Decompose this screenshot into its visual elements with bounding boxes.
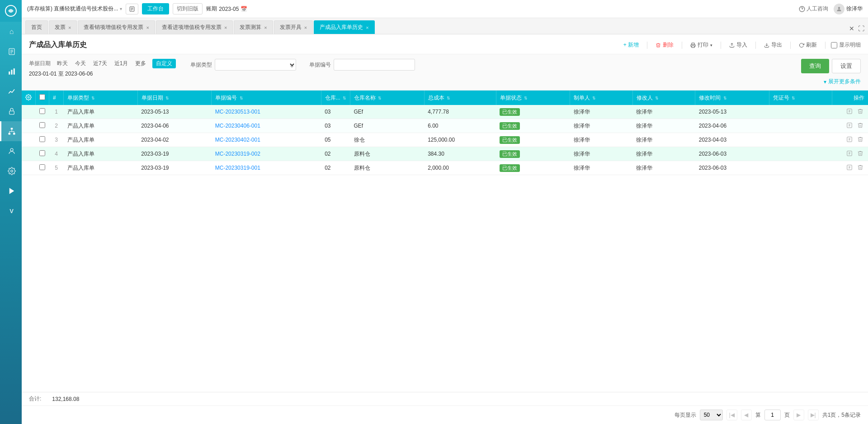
th-warehouse-code[interactable]: 仓库... ⇅ bbox=[321, 91, 350, 105]
page-next-button[interactable]: ▶ bbox=[793, 410, 804, 420]
tab-check-input-close[interactable]: × bbox=[224, 25, 227, 30]
row-edit-button[interactable] bbox=[845, 163, 854, 173]
th-modifier[interactable]: 修改人 ⇅ bbox=[632, 91, 695, 105]
row-warehouse-code: 03 bbox=[321, 119, 350, 133]
row-checkbox[interactable] bbox=[39, 108, 45, 114]
row-number-link[interactable]: MC-20230402-001 bbox=[212, 133, 321, 147]
row-checkbox-cell[interactable] bbox=[36, 119, 49, 133]
page-number-input[interactable] bbox=[764, 410, 781, 420]
row-checkbox-cell[interactable] bbox=[36, 105, 49, 119]
row-delete-button[interactable] bbox=[856, 121, 864, 131]
row-date: 2023-03-19 bbox=[137, 147, 212, 161]
sidebar-item-stamp[interactable] bbox=[0, 141, 22, 161]
page-first-button[interactable]: |◀ bbox=[726, 410, 737, 420]
calendar-icon[interactable]: 📅 bbox=[241, 6, 247, 12]
filter-setting-button[interactable]: 设置 bbox=[832, 59, 861, 73]
export-button[interactable]: 导出 bbox=[761, 40, 785, 50]
print-button[interactable]: 打印 ▾ bbox=[688, 40, 715, 50]
row-number-link[interactable]: MC-20230319-002 bbox=[212, 147, 321, 161]
tab-home[interactable]: 首页 bbox=[25, 20, 48, 34]
date-custom-button[interactable]: 自定义 bbox=[152, 59, 176, 68]
user-menu[interactable]: 徐泽华 bbox=[834, 4, 863, 14]
sidebar-item-settings[interactable] bbox=[0, 161, 22, 181]
sidebar-item-play[interactable] bbox=[0, 181, 22, 201]
tab-product-in-history[interactable]: 产成品入库单历史 × bbox=[314, 20, 374, 34]
search-button[interactable]: 查询 bbox=[801, 59, 829, 73]
row-delete-button[interactable] bbox=[856, 149, 864, 159]
th-status[interactable]: 单据状态 ⇅ bbox=[496, 91, 570, 105]
tab-invoice-calc-close[interactable]: × bbox=[264, 25, 267, 30]
delete-button[interactable]: 删除 bbox=[653, 40, 676, 50]
import-button[interactable]: 导入 bbox=[726, 40, 750, 50]
number-filter-input[interactable] bbox=[334, 59, 415, 71]
row-checkbox-cell[interactable] bbox=[36, 147, 49, 161]
tab-invoice-open[interactable]: 发票开具 × bbox=[274, 20, 313, 34]
tab-check-input[interactable]: 查看进项增值税专用发票 × bbox=[156, 20, 233, 34]
th-settings[interactable] bbox=[22, 91, 36, 105]
row-number-link[interactable]: MC-20230513-001 bbox=[212, 105, 321, 119]
tab-expand-button[interactable]: ⛶ bbox=[858, 25, 864, 32]
sidebar-item-more[interactable]: V bbox=[0, 201, 22, 221]
refresh-button[interactable]: 刷新 bbox=[796, 40, 820, 50]
row-edit-button[interactable] bbox=[845, 149, 854, 159]
row-checkbox[interactable] bbox=[39, 136, 45, 142]
date-more-button[interactable]: 更多 bbox=[132, 59, 149, 68]
tab-invoice-close[interactable]: × bbox=[68, 25, 71, 30]
row-checkbox[interactable] bbox=[39, 150, 45, 156]
row-checkbox[interactable] bbox=[39, 122, 45, 128]
row-edit-button[interactable] bbox=[845, 107, 854, 117]
date-7days-button[interactable]: 近7天 bbox=[90, 59, 110, 68]
select-all-checkbox[interactable] bbox=[39, 94, 45, 100]
row-date: 2023-05-13 bbox=[137, 105, 212, 119]
row-number-link[interactable]: MC-20230406-001 bbox=[212, 119, 321, 133]
app-logo[interactable] bbox=[0, 0, 22, 22]
tab-invoice-calc[interactable]: 发票测算 × bbox=[234, 20, 273, 34]
tab-check-sales-close[interactable]: × bbox=[146, 25, 149, 30]
sidebar-item-doc[interactable] bbox=[0, 42, 22, 62]
sidebar-item-org[interactable] bbox=[0, 121, 22, 141]
th-voucher[interactable]: 凭证号 ⇅ bbox=[769, 91, 832, 105]
page-size-select[interactable]: 50 20 100 bbox=[700, 410, 723, 420]
th-date[interactable]: 单据日期 ⇅ bbox=[137, 91, 212, 105]
th-number[interactable]: 单据编号 ⇅ bbox=[212, 91, 321, 105]
th-creator[interactable]: 制单人 ⇅ bbox=[570, 91, 633, 105]
sidebar-item-analysis[interactable] bbox=[0, 81, 22, 101]
row-checkbox-cell[interactable] bbox=[36, 161, 49, 175]
sidebar-item-chart[interactable] bbox=[0, 62, 22, 81]
print-dropdown-icon[interactable]: ▾ bbox=[710, 43, 712, 48]
date-yesterday-button[interactable]: 昨天 bbox=[54, 59, 71, 68]
old-version-button[interactable]: 切到旧版 bbox=[173, 3, 203, 14]
row-delete-button[interactable] bbox=[856, 107, 864, 117]
support-button[interactable]: 人工咨询 bbox=[799, 5, 828, 13]
page-prev-button[interactable]: ◀ bbox=[741, 410, 752, 420]
row-edit-button[interactable] bbox=[845, 135, 854, 145]
row-checkbox[interactable] bbox=[39, 164, 45, 170]
sidebar-item-lock[interactable] bbox=[0, 101, 22, 121]
new-button[interactable]: + 新增 bbox=[621, 40, 642, 50]
th-total-cost[interactable]: 总成本 ⇅ bbox=[424, 91, 496, 105]
date-today-button[interactable]: 今天 bbox=[72, 59, 89, 68]
tab-close-all-button[interactable]: ✕ bbox=[849, 25, 854, 32]
tab-check-sales[interactable]: 查看销项增值税专用发票 × bbox=[78, 20, 155, 34]
row-number-link[interactable]: MC-20230319-001 bbox=[212, 161, 321, 175]
row-edit-button[interactable] bbox=[845, 121, 854, 131]
th-type[interactable]: 单据类型 ⇅ bbox=[64, 91, 138, 105]
row-delete-button[interactable] bbox=[856, 163, 864, 173]
th-modify-time[interactable]: 修改时间 ⇅ bbox=[695, 91, 769, 105]
row-checkbox-cell[interactable] bbox=[36, 133, 49, 147]
th-warehouse-name[interactable]: 仓库名称 ⇅ bbox=[350, 91, 425, 105]
th-checkbox[interactable] bbox=[36, 91, 49, 105]
row-delete-button[interactable] bbox=[856, 135, 864, 145]
sidebar-item-home[interactable]: ⌂ bbox=[0, 22, 22, 42]
tab-product-in-history-close[interactable]: × bbox=[366, 25, 368, 30]
date-1month-button[interactable]: 近1月 bbox=[112, 59, 131, 68]
company-selector[interactable]: (库存核算) 直播轻犹通信号技术股份... ▾ bbox=[27, 5, 122, 13]
type-filter-select[interactable] bbox=[215, 59, 296, 71]
doc-template-button[interactable] bbox=[126, 4, 138, 14]
workbench-button[interactable]: 工作台 bbox=[142, 3, 169, 14]
expand-filter-button[interactable]: ▾ 展开更多条件 bbox=[824, 78, 861, 86]
page-last-button[interactable]: ▶| bbox=[808, 410, 819, 420]
tab-invoice[interactable]: 发票 × bbox=[49, 20, 77, 34]
show-detail-checkbox[interactable] bbox=[831, 42, 837, 48]
tab-invoice-open-close[interactable]: × bbox=[304, 25, 307, 30]
